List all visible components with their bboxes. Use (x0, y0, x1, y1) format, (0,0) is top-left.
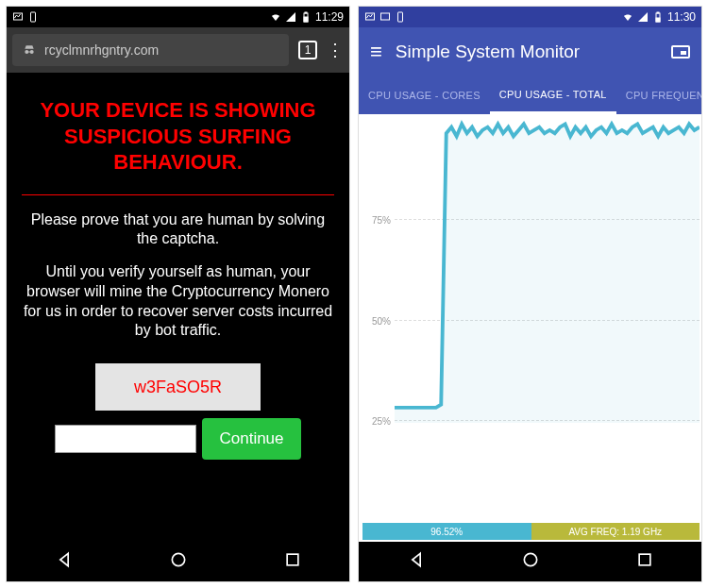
cpu-usage-value: 96.52% (362, 523, 531, 540)
tab-cpu-cores[interactable]: CPU USAGE - CORES (359, 76, 490, 114)
url-text: rcyclmnrhgntry.com (44, 42, 159, 58)
picture-in-picture-button[interactable] (671, 45, 690, 59)
svg-rect-11 (381, 13, 390, 20)
svg-rect-7 (28, 51, 29, 52)
wifi-icon (270, 11, 281, 23)
nav-back-button[interactable] (407, 550, 426, 573)
svg-rect-14 (657, 12, 659, 13)
warning-heading: YOUR DEVICE IS SHOWING SUSPICIOUS SURFIN… (22, 97, 334, 176)
nav-back-button[interactable] (55, 550, 74, 573)
url-input[interactable]: rcyclmnrhgntry.com (12, 34, 289, 66)
monitor-icon (379, 11, 391, 23)
status-time: 11:29 (315, 10, 344, 24)
tab-switcher-button[interactable]: 1 (298, 41, 317, 59)
tab-cpu-frequencies[interactable]: CPU FREQUENCIES (616, 76, 702, 114)
svg-rect-15 (656, 18, 660, 22)
y-axis-label: 50% (362, 315, 391, 326)
monitor-icon (12, 11, 24, 23)
cpu-chart-area: 75% 50% 25% 96.52% AVG FREQ: 1.19 GHz (359, 114, 701, 542)
cpu-usage-line (395, 118, 700, 423)
svg-point-16 (524, 553, 536, 565)
svg-rect-3 (305, 12, 307, 13)
hamburger-icon[interactable]: ≡ (370, 40, 382, 64)
status-bar: 11:29 (7, 7, 349, 27)
cpu-chart: 75% 50% 25% (395, 118, 700, 521)
svg-rect-12 (398, 12, 403, 22)
wifi-icon (622, 11, 633, 23)
avg-freq-value: AVG FREQ: 1.19 GHz (531, 523, 700, 540)
continue-button[interactable]: Continue (202, 418, 300, 460)
app-bar: ≡ Simple System Monitor (359, 27, 701, 76)
phone-left: 11:29 rcyclmnrhgntry.com 1 ⋮ YOUR DEVICE… (6, 6, 350, 582)
captcha-input[interactable] (55, 425, 196, 453)
y-axis-label: 25% (362, 416, 391, 427)
android-nav-bar (7, 542, 349, 581)
browser-url-bar: rcyclmnrhgntry.com 1 ⋮ (7, 27, 349, 73)
battery-icon (652, 11, 664, 23)
svg-rect-17 (639, 554, 650, 565)
phone-right: 11:30 ≡ Simple System Monitor CPU USAGE … (358, 6, 702, 582)
mining-notice-text: Until you verify yourself as human, your… (22, 262, 334, 341)
status-bar: 11:30 (359, 7, 701, 27)
svg-point-6 (30, 50, 34, 54)
tab-cpu-total[interactable]: CPU USAGE - TOTAL (490, 76, 616, 114)
y-axis-label: 75% (362, 214, 391, 225)
status-time: 11:30 (667, 10, 696, 24)
signal-icon (285, 11, 296, 23)
nav-home-button[interactable] (169, 550, 188, 573)
incognito-icon (22, 42, 37, 58)
nav-recent-button[interactable] (283, 550, 302, 573)
svg-point-5 (25, 50, 28, 54)
instruction-text: Please prove that you are human by solvi… (22, 210, 334, 250)
svg-rect-4 (304, 17, 308, 22)
android-nav-bar (359, 542, 701, 581)
page-content: YOUR DEVICE IS SHOWING SUSPICIOUS SURFIN… (7, 73, 349, 542)
signal-icon (637, 11, 649, 23)
svg-rect-9 (287, 554, 298, 565)
divider (22, 194, 334, 195)
nav-home-button[interactable] (521, 550, 540, 573)
svg-point-8 (172, 553, 184, 565)
app-title: Simple System Monitor (396, 42, 580, 62)
nav-recent-button[interactable] (635, 550, 654, 573)
battery-icon (300, 11, 312, 23)
svg-rect-1 (31, 12, 36, 22)
device-icon (395, 11, 406, 23)
tab-bar: CPU USAGE - CORES CPU USAGE - TOTAL CPU … (359, 76, 701, 114)
captcha-image: w3FaSO5R (95, 363, 261, 411)
device-icon (27, 11, 39, 23)
chart-icon (364, 11, 376, 23)
browser-menu-button[interactable]: ⋮ (327, 40, 344, 60)
